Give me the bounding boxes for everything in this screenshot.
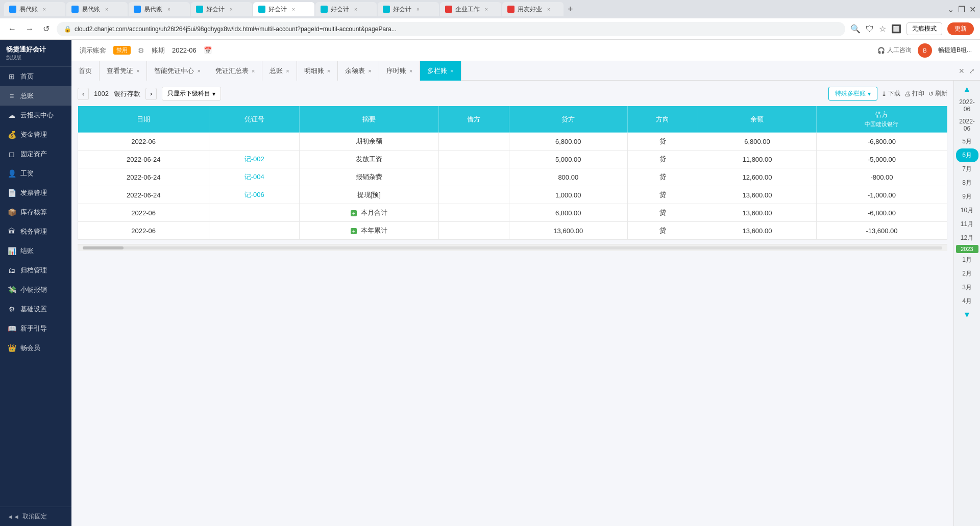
sidebar-item-ledger[interactable]: ≡ 总账 (0, 86, 71, 106)
incognito-mode-button[interactable]: 无痕模式 (906, 22, 942, 35)
download-button[interactable]: ⤓ 下载 (881, 89, 900, 98)
prev-account-button[interactable]: ‹ (78, 88, 89, 100)
back-button[interactable]: ← (6, 22, 18, 36)
page-tab-journal[interactable]: 序时账 × (379, 61, 420, 81)
sidebar-item-inventory[interactable]: 📦 库存核算 (0, 203, 71, 222)
date-nav-item-feb23[interactable]: 2月 (956, 267, 978, 281)
tab-6[interactable]: 好会计 × (315, 2, 377, 16)
calendar-icon[interactable]: 📅 (204, 46, 212, 54)
tab-1[interactable]: 易代账 × (4, 2, 65, 16)
tab-close-7[interactable]: × (416, 7, 420, 12)
date-nav-item-oct[interactable]: 10月 (956, 204, 978, 217)
sidebar-item-closing[interactable]: 📊 结账 (0, 241, 71, 261)
settings-gear-icon[interactable]: ⚙ (138, 46, 144, 55)
tab-4[interactable]: 好会计 × (191, 2, 252, 16)
tab-5[interactable]: 好会计 × (253, 2, 314, 16)
tab-9[interactable]: 用友好业 × (502, 2, 564, 16)
consult-button[interactable]: 🎧 人工咨询 (877, 46, 912, 55)
date-nav-item-apr23[interactable]: 4月 (956, 294, 978, 308)
page-tab-multicolumn[interactable]: 多栏账 × (420, 61, 461, 81)
date-nav-item-dec[interactable]: 12月 (956, 231, 978, 245)
minimize-icon[interactable]: ⌄ (947, 5, 954, 14)
tab-close-detail[interactable]: × (327, 68, 330, 74)
tab-close-3[interactable]: × (167, 7, 170, 12)
tab-8[interactable]: 企业工作 × (440, 2, 501, 16)
extension-icon[interactable]: 🔲 (891, 24, 901, 34)
tab-close-2[interactable]: × (105, 7, 108, 12)
tab-close-journal[interactable]: × (409, 68, 412, 74)
reload-button[interactable]: ↺ (41, 22, 52, 36)
print-button[interactable]: 🖨 打印 (904, 89, 924, 98)
tab-3[interactable]: 易代账 × (129, 2, 190, 16)
date-nav-item-2022-06-2[interactable]: 2022-06 (956, 115, 978, 135)
page-tab-balance[interactable]: 余额表 × (338, 61, 379, 81)
date-nav-item-nov[interactable]: 11月 (956, 217, 978, 231)
close-window-icon[interactable]: ✕ (969, 5, 976, 14)
date-nav-item-jan23[interactable]: 1月 (956, 253, 978, 267)
tab-close-1[interactable]: × (43, 7, 46, 12)
scroll-thumb[interactable] (83, 246, 124, 249)
date-nav-item-mar23[interactable]: 3月 (956, 281, 978, 294)
sidebar-item-archive[interactable]: 🗂 归档管理 (0, 261, 71, 280)
multi-col-button[interactable]: 特殊多栏账 ▾ (828, 87, 877, 101)
tab-close-smart[interactable]: × (197, 68, 200, 74)
horizontal-scrollbar[interactable] (78, 244, 947, 251)
tab-close-6[interactable]: × (354, 7, 357, 12)
url-input[interactable]: 🔒 cloud2.chanjet.com/accounting/uh26t264… (57, 22, 845, 36)
tab-close-summary[interactable]: × (252, 68, 255, 74)
forward-button[interactable]: → (23, 22, 36, 36)
sidebar-item-expense[interactable]: 💸 小畅报销 (0, 280, 71, 299)
date-nav-year-2023[interactable]: 2023 (956, 245, 978, 253)
tab-close-8[interactable]: × (485, 7, 488, 12)
update-button[interactable]: 更新 (947, 22, 974, 35)
expand-panel-icon[interactable]: ⤢ (969, 67, 975, 75)
page-tab-home[interactable]: 首页 (71, 61, 100, 81)
shield-icon[interactable]: 🛡 (866, 24, 874, 34)
page-tab-home-label: 首页 (79, 66, 92, 76)
sidebar-item-cloud-report[interactable]: ☁ 云报表中心 (0, 106, 71, 125)
tab-close-4[interactable]: × (230, 7, 233, 12)
filter-dropdown[interactable]: 只显示下级科目 ▾ (162, 87, 221, 101)
sidebar-item-payroll[interactable]: 👤 工资 (0, 164, 71, 183)
tab-close-voucher[interactable]: × (136, 68, 139, 74)
voucher-link-2[interactable]: 记-004 (244, 173, 264, 181)
tab-close-multicol[interactable]: × (450, 68, 453, 74)
close-panel-icon[interactable]: ✕ (959, 67, 965, 75)
tab-2[interactable]: 易代账 × (66, 2, 128, 16)
tab-7[interactable]: 好会计 × (378, 2, 439, 16)
date-nav-item-jul[interactable]: 7月 (956, 162, 978, 176)
tab-close-balance[interactable]: × (368, 68, 371, 74)
tab-close-5[interactable]: × (292, 7, 295, 12)
date-nav-item-may[interactable]: 5月 (956, 135, 978, 148)
sidebar-item-guide[interactable]: 📖 新手引导 (0, 319, 71, 338)
tab-close-9[interactable]: × (547, 7, 550, 12)
bookmark-icon[interactable]: ☆ (879, 24, 886, 34)
tab-close-gl[interactable]: × (286, 68, 289, 74)
refresh-button[interactable]: ↺ 刷新 (928, 89, 947, 98)
sidebar-item-fund[interactable]: 💰 资金管理 (0, 125, 71, 144)
sidebar-item-invoice[interactable]: 📄 发票管理 (0, 183, 71, 203)
page-tab-smart-voucher[interactable]: 智能凭证中心 × (147, 61, 208, 81)
page-tab-summary[interactable]: 凭证汇总表 × (208, 61, 262, 81)
sidebar-item-tax[interactable]: 🏛 税务管理 (0, 222, 71, 241)
date-nav-item-sep[interactable]: 9月 (956, 190, 978, 204)
sidebar-item-settings[interactable]: ⚙ 基础设置 (0, 299, 71, 319)
page-tab-voucher[interactable]: 查看凭证 × (100, 61, 147, 81)
sidebar-item-member[interactable]: 👑 畅会员 (0, 338, 71, 358)
voucher-link-3[interactable]: 记-006 (244, 191, 264, 198)
next-account-button[interactable]: › (145, 88, 157, 100)
voucher-link-1[interactable]: 记-002 (244, 155, 264, 163)
pin-toggle[interactable]: ◄◄ 取消固定 (0, 507, 71, 526)
date-nav-item-jun[interactable]: 6月 (956, 148, 978, 162)
restore-icon[interactable]: ❐ (958, 5, 965, 14)
date-nav-scroll-up[interactable]: ▲ (961, 83, 973, 96)
new-tab-button[interactable]: + (565, 4, 576, 15)
page-tab-general-ledger[interactable]: 总账 × (262, 61, 297, 81)
page-tab-detail[interactable]: 明细账 × (297, 61, 338, 81)
date-nav-item-2022-06-1[interactable]: 2022-06 (956, 96, 978, 115)
sidebar-item-home[interactable]: ⊞ 首页 (0, 67, 71, 86)
sidebar-item-fixed-assets[interactable]: ◻ 固定资产 (0, 144, 71, 164)
date-nav-item-aug[interactable]: 8月 (956, 176, 978, 190)
date-nav-scroll-down[interactable]: ▼ (961, 308, 973, 321)
search-icon[interactable]: 🔍 (850, 24, 861, 34)
